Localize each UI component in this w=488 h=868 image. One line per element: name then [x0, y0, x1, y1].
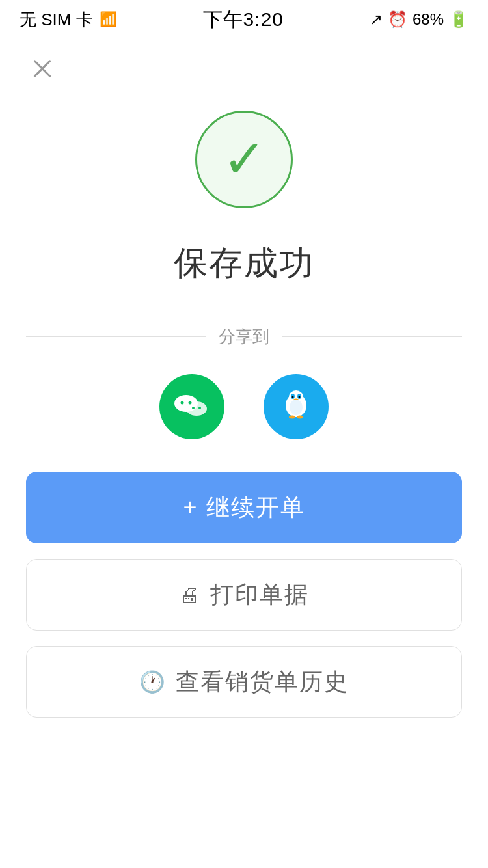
print-icon: 🖨	[179, 583, 201, 607]
status-time: 下午3:20	[203, 7, 284, 33]
share-icons	[26, 374, 462, 439]
qq-share-button[interactable]	[264, 374, 329, 439]
status-bar: 无 SIM 卡 📶 下午3:20 ↗ ⏰ 68% 🔋	[0, 0, 488, 39]
svg-point-4	[192, 407, 195, 409]
svg-point-11	[299, 396, 301, 398]
status-right: ↗ ⏰ 68% 🔋	[370, 10, 468, 29]
history-label: 查看销货单历史	[176, 666, 349, 698]
svg-point-3	[189, 401, 192, 405]
alarm-icon: ⏰	[388, 10, 407, 29]
svg-point-13	[290, 400, 303, 415]
wechat-share-button[interactable]	[159, 374, 224, 439]
history-icon: 🕐	[139, 670, 167, 694]
main-content: ✓ 保存成功 分享到	[0, 39, 488, 731]
qq-icon-svg	[277, 387, 316, 426]
wechat-icon-svg	[172, 387, 212, 427]
share-section: 分享到	[26, 325, 462, 439]
svg-point-15	[297, 416, 303, 419]
status-left: 无 SIM 卡 📶	[20, 8, 117, 31]
print-label: 打印单据	[210, 579, 309, 611]
battery-icon: 🔋	[449, 10, 468, 29]
continue-button[interactable]: + 继续开单	[26, 472, 462, 543]
print-button[interactable]: 🖨 打印单据	[26, 559, 462, 631]
close-button-container	[26, 52, 462, 85]
location-icon: ↗	[370, 10, 383, 29]
svg-point-5	[198, 407, 201, 409]
checkmark-icon: ✓	[223, 133, 266, 185]
svg-point-14	[289, 416, 295, 419]
share-divider: 分享到	[26, 325, 462, 348]
share-label: 分享到	[219, 325, 269, 348]
sim-label: 无 SIM 卡	[20, 8, 93, 31]
svg-point-10	[292, 396, 294, 398]
success-circle: ✓	[195, 111, 293, 208]
action-buttons: + 继续开单 🖨 打印单据 🕐 查看销货单历史	[26, 472, 462, 718]
success-title: 保存成功	[174, 241, 314, 286]
wifi-icon: 📶	[100, 11, 117, 28]
history-button[interactable]: 🕐 查看销货单历史	[26, 646, 462, 718]
close-button[interactable]	[26, 52, 59, 85]
battery-label: 68%	[413, 10, 444, 29]
svg-point-2	[181, 401, 184, 405]
